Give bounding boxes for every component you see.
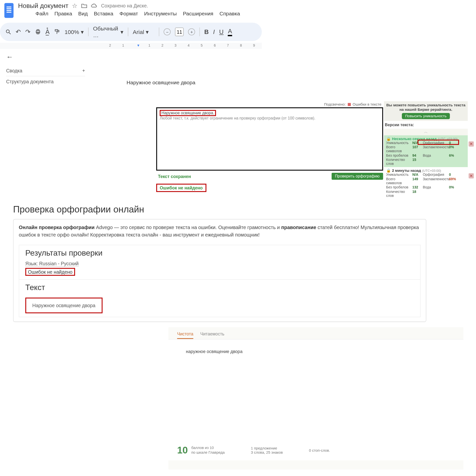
zoom-dropdown[interactable]: 100% ▾ <box>64 29 84 35</box>
version-item[interactable]: 🔒 Несколько секунд назад (UTC +03:00) Ун… <box>384 135 468 167</box>
score-value: 10 <box>177 445 188 456</box>
lock-icon: 🔒 <box>386 137 391 141</box>
footer-stats: 10 баллов из 10 по шкале Главреда 1 пред… <box>168 444 463 460</box>
hint-text: Любой текст, т.к. действует ограничение … <box>160 116 315 120</box>
version-delete-icon[interactable]: ✕ <box>469 141 474 147</box>
text-saved-status: Текст сохранен <box>156 174 191 178</box>
tabs: Чистота Читаемость <box>168 327 463 339</box>
font-size-decrease[interactable]: − <box>164 28 171 35</box>
saved-status: Сохранено на Диске. <box>101 3 148 8</box>
promo-box: Вы можете повысить уникальность текста н… <box>384 101 468 121</box>
docs-logo-icon[interactable] <box>4 3 14 18</box>
text-heading: Текст <box>25 283 414 292</box>
svg-point-0 <box>6 30 9 33</box>
body-text: наружное освящение двора <box>186 349 242 354</box>
chevron-down-icon: ▾ <box>146 29 149 35</box>
check-spelling-button[interactable]: Проверить орфографию <box>331 173 383 180</box>
page-text: Наружное освящение двора <box>126 79 195 86</box>
tab-cleanliness[interactable]: Чистота <box>177 332 193 339</box>
cloud-saved-icon <box>91 3 98 8</box>
toolbar: ↶ ↷ A̲̽ 100% ▾ Обычный … ▾ Arial ▾ − + B… <box>0 23 262 41</box>
language-row: Язык: Russian - Русский <box>25 261 79 267</box>
font-dropdown[interactable]: Arial ▾ <box>133 29 154 35</box>
version-item[interactable]: 🔒 2 минуты назад (UTC+03:00) Уникальност… <box>384 167 468 199</box>
description: Онлайн проверка орфографии Advego — это … <box>19 224 421 239</box>
style-dropdown[interactable]: Обычный … ▾ <box>93 25 123 38</box>
glavred-panel: Чистота Читаемость наружное освящение дв… <box>168 327 463 470</box>
menu-format[interactable]: Формат <box>119 10 138 17</box>
results-panel: Проверка орфографии онлайн Онлайн провер… <box>13 203 426 322</box>
add-summary-icon[interactable]: + <box>82 68 85 73</box>
underline-icon[interactable]: U <box>219 28 224 35</box>
ruler[interactable]: 21 ▼ 123 456 789 <box>0 43 262 49</box>
menu-file[interactable]: Файл <box>35 10 48 17</box>
chevron-down-icon: ▾ <box>120 29 123 35</box>
highlighted-error: Наружное освящение двора. <box>160 110 216 116</box>
menu-view[interactable]: Вид <box>78 10 88 17</box>
bold-icon[interactable]: B <box>204 28 209 35</box>
no-errors-badge: Ошибок не найдено <box>25 268 75 276</box>
word-count: 3 слова, 25 знаков <box>251 450 283 455</box>
score-line1: баллов из 10 <box>191 446 225 450</box>
document-page[interactable]: Наружное освящение двора <box>92 49 262 110</box>
legend-swatch-icon <box>348 103 351 106</box>
spellcheck-icon[interactable]: A̲̽ <box>45 28 50 35</box>
move-folder-icon[interactable] <box>81 3 87 8</box>
redo-icon[interactable]: ↷ <box>25 28 30 35</box>
no-errors-badge: Ошибок не найдено <box>156 184 206 192</box>
font-size-input[interactable] <box>175 28 184 36</box>
sentence-count: 1 предложение <box>251 446 283 450</box>
stopword-count: 0 стоп-слов. <box>309 448 330 453</box>
star-icon[interactable]: ☆ <box>72 2 78 9</box>
doc-title[interactable]: Новый документ <box>18 2 68 9</box>
page-heading: Проверка орфографии онлайн <box>13 203 426 219</box>
font-size-increase[interactable]: + <box>188 28 195 35</box>
menu-edit[interactable]: Правка <box>55 10 72 17</box>
menu-bar: Файл Правка Вид Вставка Формат Инструмен… <box>18 9 258 19</box>
back-arrow-icon[interactable]: ← <box>6 53 85 61</box>
versions-label: Версии текста: <box>384 121 468 129</box>
version-delete-icon[interactable]: ✕ <box>469 173 474 178</box>
menu-help[interactable]: Справка <box>219 10 240 17</box>
chevron-down-icon: ▾ <box>81 29 84 35</box>
score-line2: по шкале Главреда <box>191 450 225 455</box>
gdocs-window: Новый документ ☆ Сохранено на Диске. Фай… <box>0 0 262 110</box>
editor-body[interactable]: наружное освящение двора <box>168 339 463 444</box>
outline-panel: ← Сводка + Структура документа <box>0 49 92 110</box>
menu-tools[interactable]: Инструменты <box>144 10 177 17</box>
text-input-area[interactable]: Наружное освящение двора. Любой текст, т… <box>156 107 383 171</box>
svg-line-1 <box>9 33 11 34</box>
text-color-icon[interactable]: A <box>228 28 232 36</box>
menu-insert[interactable]: Вставка <box>94 10 113 17</box>
svg-rect-5 <box>55 30 58 31</box>
text-content: Наружное освящение двора <box>25 298 102 313</box>
paint-format-icon[interactable] <box>54 29 60 35</box>
search-icon[interactable] <box>5 29 11 35</box>
tab-readability[interactable]: Читаемость <box>200 332 224 339</box>
menu-extensions[interactable]: Расширения <box>183 10 213 17</box>
undo-icon[interactable]: ↶ <box>16 28 21 35</box>
promo-button[interactable]: Повысить уникальность <box>402 113 450 119</box>
summary-label[interactable]: Сводка <box>6 68 22 73</box>
results-heading: Результаты проверки <box>25 249 414 258</box>
versions-up-icon[interactable]: ︿ <box>384 129 468 135</box>
svg-rect-3 <box>37 30 39 31</box>
highlight-box <box>417 140 459 145</box>
outline-label: Структура документа <box>6 79 54 84</box>
legend: Подсвечено: Ошибки в тексте <box>156 101 383 107</box>
print-icon[interactable] <box>35 29 41 35</box>
italic-icon[interactable]: I <box>213 28 215 35</box>
lock-icon: 🔒 <box>386 168 391 173</box>
